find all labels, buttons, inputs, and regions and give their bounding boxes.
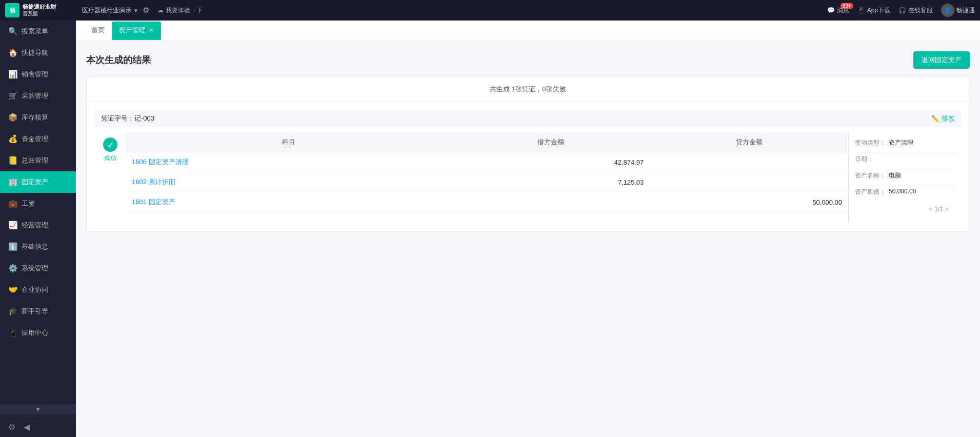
sidebar-item-operations[interactable]: 📈 经营管理	[0, 214, 76, 236]
success-icon: ✓	[103, 137, 117, 152]
download-icon: 📱	[857, 7, 865, 14]
prev-page-button[interactable]: <	[929, 206, 932, 213]
divider	[855, 169, 955, 169]
divider	[855, 185, 955, 186]
sidebar-item-label: 固定资产	[22, 177, 48, 187]
sidebar-item-purchase[interactable]: 🛒 采购管理	[0, 85, 76, 107]
sidebar-item-inventory[interactable]: 📦 库存核算	[0, 107, 76, 128]
tab-close-icon[interactable]: ✕	[149, 27, 154, 34]
app-download-button[interactable]: 📱 App下载	[857, 6, 890, 15]
debit-cell	[452, 192, 650, 212]
cart-icon: 🛒	[8, 91, 17, 101]
voucher-section: 凭证字号：记-003 ✏️ 修改 ✓ 成功	[87, 102, 969, 231]
tab-asset-management[interactable]: 资产管理 ✕	[112, 22, 161, 40]
sidebar-item-system[interactable]: ⚙️ 系统管理	[0, 257, 76, 279]
voucher-number: 凭证字号：记-003	[101, 114, 154, 123]
handshake-icon: 🤝	[8, 285, 17, 294]
cloud-icon: ☁	[157, 7, 164, 14]
message-icon: 💬	[827, 7, 835, 14]
sidebar-item-label: 系统管理	[22, 264, 48, 273]
online-service-button[interactable]: 🎧 在线客服	[898, 6, 933, 15]
success-indicator: ✓ 成功	[95, 132, 126, 163]
content-area: 首页 资产管理 ✕ 本次生成的结果 返回固定资产 共生成 1张凭证，0张失败 凭…	[76, 21, 980, 437]
trend-icon: 📈	[8, 221, 17, 230]
sidebar-item-cooperation[interactable]: 🤝 企业协同	[0, 279, 76, 301]
original-value-value: 50,000.00	[889, 188, 916, 196]
chart-icon: 📊	[8, 70, 17, 79]
subject-cell: 1606 固定资产清理	[126, 152, 452, 172]
voucher-table: 科目 借方金额 贷方金额 1606 固定资产清理	[126, 132, 848, 212]
collapse-icon[interactable]: ◀	[24, 422, 30, 432]
company-name: 医疗器械行业演示	[82, 6, 131, 15]
next-page-button[interactable]: >	[945, 206, 949, 213]
col-header-subject: 科目	[126, 132, 452, 152]
debit-cell: 42,874.97	[452, 152, 650, 172]
original-value-label: 资产原值：	[855, 188, 886, 196]
briefcase-icon: 💼	[8, 199, 17, 208]
col-header-debit: 借方金额	[452, 132, 650, 152]
page-content: 本次生成的结果 返回固定资产 共生成 1张凭证，0张失败 凭证字号：记-003 …	[76, 41, 980, 437]
page-info: 1/1	[934, 206, 943, 213]
sidebar-item-label: 工资	[22, 199, 35, 208]
sidebar-item-fixed-assets[interactable]: 🏢 固定资产	[0, 171, 76, 193]
table-row: 1602 累计折旧 7,125.03	[126, 172, 848, 192]
settings-icon: ⚙️	[8, 264, 17, 273]
sidebar-item-quicknav[interactable]: 🏠 快捷导航	[0, 42, 76, 64]
sidebar-item-ledger[interactable]: 📒 总账管理	[0, 150, 76, 171]
graduate-icon: 🎓	[8, 307, 17, 316]
sidebar-item-label: 搜索菜单	[22, 27, 48, 36]
sidebar-item-label: 应用中心	[22, 328, 48, 337]
sidebar-item-app-center[interactable]: 📱 应用中心	[0, 322, 76, 344]
main-layout: 🔍 搜索菜单 🏠 快捷导航 📊 销售管理 🛒 采购管理 📦 库存核算 💰	[0, 21, 980, 437]
sidebar-scroll-down[interactable]: ▼	[0, 402, 76, 416]
app-icon: 📱	[8, 328, 17, 337]
sidebar-item-search[interactable]: 🔍 搜索菜单	[0, 21, 76, 42]
sidebar-item-payroll[interactable]: 💼 工资	[0, 193, 76, 214]
sidebar-item-label: 基础信息	[22, 242, 48, 251]
change-type-value: 资产清理	[889, 138, 913, 147]
logo-sub: 普及版	[23, 11, 56, 17]
voucher-edit-button[interactable]: ✏️ 修改	[931, 114, 955, 123]
sidebar-item-label: 销售管理	[22, 70, 48, 79]
logo-title: 畅捷通好业财	[23, 4, 56, 10]
sidebar-item-sales[interactable]: 📊 销售管理	[0, 64, 76, 85]
sidebar-item-label: 快捷导航	[22, 48, 48, 57]
sidebar-item-label: 采购管理	[22, 91, 48, 101]
table-row: 1606 固定资产清理 42,874.97	[126, 152, 848, 172]
gear-icon[interactable]: ⚙	[143, 6, 149, 15]
sidebar-item-basics[interactable]: ℹ️ 基础信息	[0, 236, 76, 257]
page-title: 本次生成的结果	[86, 54, 151, 66]
credit-cell: 50,000.00	[650, 192, 848, 212]
settings-bottom-icon[interactable]: ⚙	[8, 422, 15, 432]
voucher-table-container: 科目 借方金额 贷方金额 1606 固定资产清理	[126, 132, 961, 223]
building-icon: 🏢	[8, 177, 17, 187]
date-label: 日期：	[855, 155, 873, 164]
box-icon: 📦	[8, 113, 17, 122]
logo: 畅 畅捷通好业财 普及版	[5, 3, 72, 17]
sidebar-item-label: 库存核算	[22, 113, 48, 122]
home-icon: 🏠	[8, 48, 17, 57]
info-icon: ℹ️	[8, 242, 17, 251]
return-fixed-assets-button[interactable]: 返回固定资产	[913, 51, 970, 69]
voucher-right-panel: 变动类型： 资产清理 日期：	[848, 132, 961, 223]
sidebar-item-finance[interactable]: 💰 资金管理	[0, 128, 76, 150]
avatar: 👤	[941, 4, 954, 17]
money-icon: 💰	[8, 134, 17, 144]
topbar: 畅 畅捷通好业财 普及版 医疗器械行业演示 ▼ ⚙ ☁ 我要体验一下 💬 消息 …	[0, 0, 980, 21]
original-value-item: 资产原值： 50,000.00	[855, 188, 955, 196]
messages-button[interactable]: 💬 消息 99+	[827, 6, 849, 15]
company-selector[interactable]: 医疗器械行业演示 ▼	[82, 6, 138, 15]
result-summary: 共生成 1张凭证，0张失败	[87, 77, 969, 102]
voucher-header: 凭证字号：记-003 ✏️ 修改	[95, 110, 961, 127]
tab-home[interactable]: 首页	[84, 22, 112, 40]
messages-badge: 99+	[841, 3, 853, 9]
experience-link[interactable]: ☁ 我要体验一下	[157, 6, 203, 15]
sidebar-item-label: 总账管理	[22, 156, 48, 165]
user-menu[interactable]: 👤 畅捷通	[941, 4, 975, 17]
change-type-item: 变动类型： 资产清理	[855, 138, 955, 147]
scroll-down-button[interactable]: ▼	[0, 404, 76, 414]
sidebar-item-guide[interactable]: 🎓 新手引导	[0, 301, 76, 322]
credit-cell	[650, 172, 848, 192]
sidebar-item-label: 资金管理	[22, 134, 48, 144]
subject-cell: 1601 固定资产	[126, 192, 452, 212]
